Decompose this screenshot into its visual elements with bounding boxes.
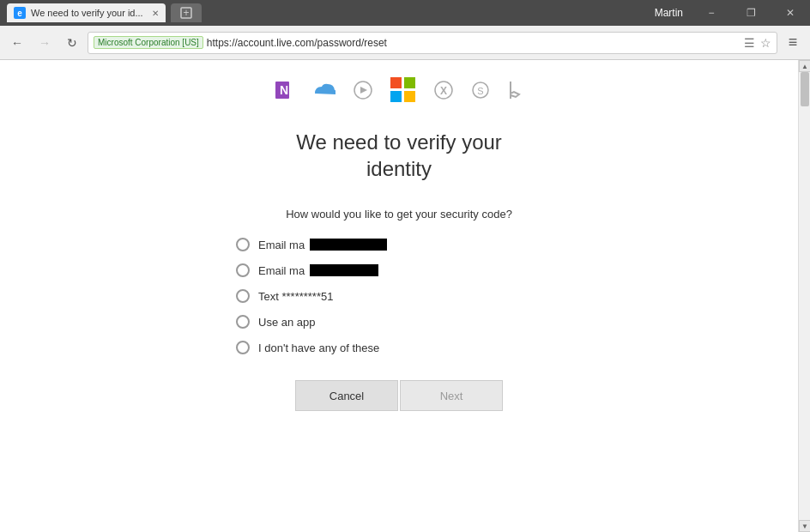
addressbar: ← → ↻ Microsoft Corporation [US] https:/… (0, 26, 810, 60)
titlebar-right: Martin − ❐ ✕ (646, 0, 810, 26)
address-icons: ☰ ☆ (744, 36, 771, 50)
redacted-email-1 (310, 239, 387, 251)
svg-text:e: e (17, 9, 22, 18)
option-email-1[interactable]: Email ma (236, 238, 387, 251)
option-no-access-label: I don't have any of these (258, 342, 379, 354)
user-label: Martin (646, 7, 692, 19)
ssl-badge: Microsoft Corporation [US] (94, 36, 203, 49)
minimize-button[interactable]: − (692, 0, 731, 26)
onedrive-icon (311, 82, 335, 99)
scroll-track[interactable] (799, 72, 810, 520)
question-text: How would you like to get your security … (286, 208, 512, 221)
back-button[interactable]: ← (5, 31, 29, 55)
option-use-app-label: Use an app (258, 316, 316, 329)
ms-icons-bar: N X (275, 60, 523, 112)
option-text[interactable]: Text *********51 (236, 289, 333, 303)
titlebar-left: e We need to verify your id... ✕ + (7, 3, 202, 22)
videocall-icon (353, 80, 373, 100)
radio-no-access[interactable] (236, 341, 250, 354)
option-email-2-label: Email ma (258, 264, 378, 277)
star-icon[interactable]: ☆ (760, 36, 771, 50)
bing-icon (507, 80, 523, 100)
svg-text:+: + (183, 7, 189, 19)
tab-title: We need to verify your id... (31, 8, 143, 18)
close-window-button[interactable]: ✕ (771, 0, 810, 26)
new-tab-button[interactable]: + (171, 3, 202, 22)
reader-icon[interactable]: ☰ (744, 36, 755, 50)
restore-button[interactable]: ❐ (731, 0, 771, 26)
xbox-icon: X (433, 80, 454, 100)
cancel-button[interactable]: Cancel (295, 380, 398, 411)
active-tab[interactable]: e We need to verify your id... ✕ (7, 3, 166, 22)
browser-menu-button[interactable]: ≡ (781, 31, 805, 55)
svg-text:N: N (280, 83, 288, 97)
next-button[interactable]: Next (400, 380, 503, 411)
new-tab-icon: + (179, 6, 193, 20)
radio-text[interactable] (236, 289, 250, 303)
radio-email-2[interactable] (236, 263, 250, 277)
redacted-email-2 (310, 264, 378, 276)
skype-icon: S (471, 81, 490, 100)
options-container: Email ma Email ma Text *********51 Use a… (236, 238, 562, 354)
option-text-label: Text *********51 (258, 290, 333, 303)
scrollbar[interactable]: ▲ ▼ (798, 60, 810, 532)
tab-close-button[interactable]: ✕ (152, 9, 159, 18)
svg-text:S: S (477, 86, 483, 96)
option-no-access[interactable]: I don't have any of these (236, 341, 379, 354)
buttons-row: Cancel Next (295, 380, 503, 411)
svg-marker-8 (360, 87, 367, 94)
url-text: https://account.live.com/password/reset (207, 37, 740, 49)
page-heading: We need to verify your identity (296, 129, 502, 182)
option-email-1-label: Email ma (258, 239, 387, 251)
scroll-down-button[interactable]: ▼ (799, 520, 810, 532)
main-content: N X (0, 60, 798, 532)
scroll-up-button[interactable]: ▲ (799, 60, 810, 72)
titlebar: e We need to verify your id... ✕ + Marti… (0, 0, 810, 26)
onenote-icon: N (275, 80, 294, 100)
forward-button[interactable]: → (33, 31, 57, 55)
option-email-2[interactable]: Email ma (236, 263, 378, 277)
content-wrapper: N X (0, 60, 810, 532)
option-use-app[interactable]: Use an app (236, 315, 316, 329)
radio-email-1[interactable] (236, 238, 250, 251)
scroll-thumb[interactable] (801, 72, 809, 106)
radio-use-app[interactable] (236, 315, 250, 329)
svg-text:X: X (440, 85, 447, 97)
tab-favicon-icon: e (14, 7, 26, 19)
address-box[interactable]: Microsoft Corporation [US] https://accou… (88, 32, 777, 54)
reload-button[interactable]: ↻ (60, 31, 84, 55)
microsoft-logo (390, 77, 416, 103)
